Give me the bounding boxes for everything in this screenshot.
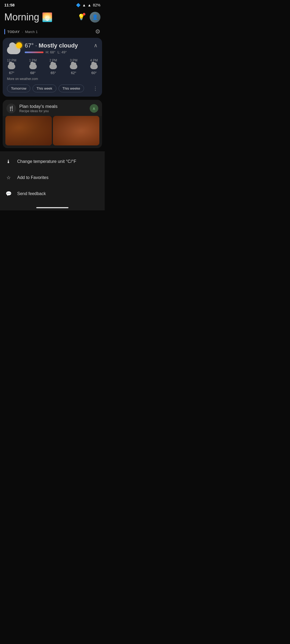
- settings-icon[interactable]: ⚙: [95, 28, 100, 35]
- temp-range-bar: [25, 52, 44, 53]
- weather-hl-row: H: 68° L: 49°: [25, 50, 78, 54]
- hour-temp-3: 62°: [71, 71, 76, 75]
- this-week-tab[interactable]: This week: [32, 85, 56, 92]
- status-bar: 11:58 🔷 ▲ ▲ 82%: [0, 0, 105, 9]
- add-favorites-label: Add to Favorites: [17, 175, 49, 180]
- bluetooth-icon: 🔷: [76, 3, 81, 7]
- hour-cloud-0: [8, 64, 15, 69]
- sun-shape: [16, 42, 22, 48]
- change-temp-unit-item[interactable]: 🌡 Change temperature unit °C/°F: [0, 153, 105, 170]
- header-right: 💡 👤: [76, 12, 100, 23]
- weather-temp-desc: 67° · Mostly cloudy H: 68° L: 49°: [25, 42, 78, 54]
- avatar-image: 👤: [90, 12, 100, 23]
- hour-item-0: 12 PM 67°: [7, 58, 16, 75]
- notification-dot: [83, 13, 85, 16]
- battery-label: 82%: [93, 3, 100, 7]
- meal-header-left: 🍴 Plan today's meals Recipe ideas for yo…: [6, 104, 57, 113]
- hour-temp-2: 65°: [51, 71, 56, 75]
- send-feedback-label: Send feedback: [17, 191, 46, 196]
- meal-title: Plan today's meals: [19, 104, 57, 109]
- food-texture-1: [5, 116, 52, 145]
- today-date: March 1: [25, 30, 38, 34]
- nav-pill: [36, 207, 68, 208]
- weather-condition: Mostly cloudy: [39, 42, 78, 49]
- hour-temp-1: 68°: [30, 71, 36, 75]
- more-options-button[interactable]: ⋮: [93, 86, 98, 92]
- meal-card[interactable]: 🍴 Plan today's meals Recipe ideas for yo…: [3, 100, 102, 148]
- weather-tabs: Tomorrow This week This weeke ⋮: [7, 85, 98, 92]
- status-icons: 🔷 ▲ ▲ 82%: [76, 3, 100, 7]
- this-weekend-tab[interactable]: This weeke: [59, 85, 84, 92]
- section-title-row: TODAY · March 1: [4, 29, 38, 34]
- avatar[interactable]: 👤: [90, 12, 100, 23]
- idea-button[interactable]: 💡: [76, 12, 86, 23]
- weather-high: H: 68°: [46, 50, 55, 54]
- meal-text: Plan today's meals Recipe ideas for you: [19, 104, 57, 113]
- hour-item-3: 3 PM 62°: [70, 58, 77, 75]
- food-texture-2: [53, 116, 99, 145]
- weather-temp: 67° · Mostly cloudy: [25, 42, 78, 49]
- hour-item-4: 4 PM 60°: [90, 58, 98, 75]
- weather-info: 67° · Mostly cloudy H: 68° L: 49°: [7, 42, 78, 54]
- food-image-right: [53, 116, 99, 145]
- meal-collapse-button[interactable]: ∧: [90, 104, 98, 113]
- weather-sep: ·: [35, 42, 37, 49]
- weather-low: L: 49°: [57, 50, 67, 54]
- hour-temp-0: 67°: [9, 71, 15, 75]
- send-feedback-item[interactable]: 💬 Send feedback: [0, 186, 105, 202]
- hour-cloud-3: [70, 64, 77, 69]
- status-time: 11:58: [4, 3, 15, 7]
- signal-icon: ▲: [88, 3, 91, 7]
- weather-collapse-button[interactable]: ∧: [94, 42, 98, 49]
- section-header: TODAY · March 1 ⚙: [0, 27, 105, 38]
- today-label: TODAY: [7, 30, 20, 34]
- page-title: Morning: [4, 12, 39, 23]
- hour-cloud-4: [90, 64, 98, 69]
- header-left: Morning 🌅: [4, 12, 53, 23]
- weather-more-link[interactable]: More on weather.com: [7, 77, 98, 81]
- feedback-icon: 💬: [5, 191, 12, 197]
- hour-temp-4: 60°: [91, 71, 97, 75]
- wifi-icon: ▲: [82, 3, 86, 7]
- hour-item-2: 2 PM 65°: [49, 58, 57, 75]
- context-menu: 🌡 Change temperature unit °C/°F ☆ Add to…: [0, 151, 105, 204]
- meal-subtitle: Recipe ideas for you: [19, 109, 57, 113]
- temp-value: 67°: [25, 42, 34, 49]
- today-separator: ·: [22, 30, 23, 34]
- hourly-forecast: 12 PM 67° 1 PM 68° 2 PM 65° 3 PM 62° 4 P…: [7, 58, 98, 75]
- food-image-left: [5, 116, 52, 145]
- fork-icon: 🍴: [6, 104, 16, 113]
- morning-emoji: 🌅: [42, 12, 53, 22]
- star-icon: ☆: [5, 174, 12, 181]
- weather-link-text: More on weather.com: [7, 77, 38, 81]
- meal-header: 🍴 Plan today's meals Recipe ideas for yo…: [3, 100, 102, 116]
- weather-main-line: 67° · Mostly cloudy: [25, 42, 78, 49]
- change-temp-label: Change temperature unit °C/°F: [17, 159, 76, 164]
- hour-cloud-1: [29, 64, 37, 69]
- tomorrow-tab[interactable]: Tomorrow: [7, 85, 30, 92]
- weather-top: 67° · Mostly cloudy H: 68° L: 49° ∧: [7, 42, 98, 54]
- thermometer-icon: 🌡: [5, 158, 12, 165]
- hour-item-1: 1 PM 68°: [29, 58, 37, 75]
- hour-cloud-2: [49, 64, 57, 69]
- add-favorites-item[interactable]: ☆ Add to Favorites: [0, 170, 105, 186]
- weather-card: 67° · Mostly cloudy H: 68° L: 49° ∧ 12 P…: [3, 38, 102, 97]
- meal-food-images: [3, 116, 102, 148]
- blue-accent-bar: [4, 29, 5, 34]
- weather-cloud-icon: [7, 42, 22, 54]
- header: Morning 🌅 💡 👤: [0, 9, 105, 27]
- bottom-nav-indicator: [0, 204, 105, 210]
